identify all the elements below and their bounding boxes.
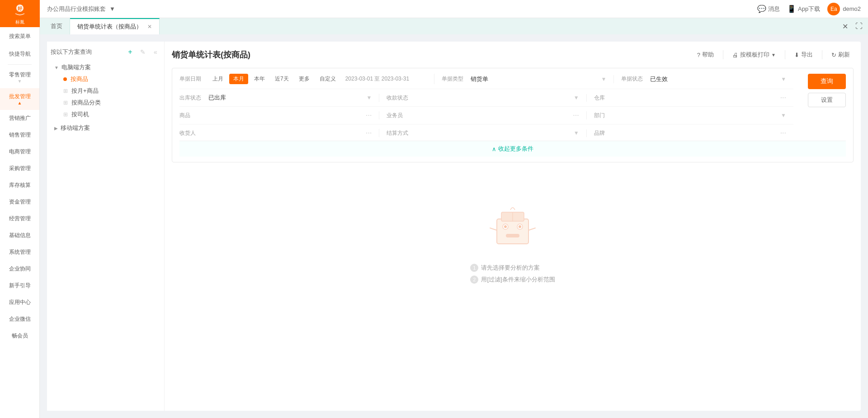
grid-icon-3: ⊞ [63, 111, 68, 118]
date-btn-more[interactable]: 更多 [295, 74, 314, 84]
active-scheme-dot [63, 77, 67, 81]
date-btn-last-month[interactable]: 上月 [208, 74, 227, 84]
purchase-label: 采购管理 [9, 165, 31, 172]
expand-window-btn[interactable]: ⛶ [854, 20, 864, 33]
collapse-panel-btn[interactable]: « [151, 47, 160, 57]
date-btn-this-month[interactable]: 本月 [229, 74, 248, 84]
doc-type-dropdown[interactable]: ▼ [601, 76, 607, 82]
export-btn[interactable]: ⬇ 导出 [791, 49, 816, 61]
sidebar-item-marketing[interactable]: 营销推广 [0, 110, 39, 127]
filter-department: 部门 ▼ [587, 112, 793, 119]
tab-close-btn[interactable]: ✕ [147, 24, 152, 30]
sidebar-item-finance[interactable]: 资金管理 [0, 194, 39, 210]
tree-item-by-product[interactable]: 按商品 [60, 73, 160, 85]
search-menu[interactable]: 搜索菜单 [0, 27, 39, 46]
close-window-btn[interactable]: ✕ [840, 20, 850, 33]
doc-type-label: 单据类型 [442, 75, 467, 83]
settings-btn[interactable]: 设置 [808, 93, 846, 107]
app-download-btn[interactable]: 📱 App下载 [787, 5, 820, 13]
empty-state: 1 请先选择要分析的方案 2 用[过滤]条件来缩小分析范围 [172, 162, 854, 323]
tree-expand-icon-2: ▶ [54, 126, 58, 131]
tree-section-mobile-label: 移动端方案 [61, 124, 90, 132]
wholesale-label: 批发管理 [9, 93, 31, 100]
warehouse-status-label: 出库状态 [179, 94, 205, 102]
scheme-tree: ▼ 电脑端方案 按商品 ⊞ 按月+商品 ⊞ 按商品分类 [51, 62, 160, 134]
app-download-icon: 📱 [787, 5, 796, 13]
empty-tip-1: 1 请先选择要分析的方案 [470, 264, 555, 272]
tab-sales-stats[interactable]: 销货单统计表（按商品） ✕ [70, 18, 160, 34]
edit-scheme-btn[interactable]: ✎ [138, 47, 148, 57]
settlement-dropdown[interactable]: ▼ [574, 130, 579, 136]
sidebar-item-wholesale[interactable]: 批发管理 ▲ [0, 88, 39, 110]
filter-settlement: 结算方式 ▼ [379, 129, 586, 137]
recipient-more[interactable]: ··· [366, 129, 372, 137]
date-btn-7days[interactable]: 近7天 [271, 74, 293, 84]
main-content: 按以下方案查询 + ✎ « ▼ 电脑端方案 按商品 [40, 34, 868, 418]
brand-more[interactable]: ··· [780, 129, 786, 137]
sidebar-item-newbie[interactable]: 新手引导 [0, 277, 39, 294]
tree-item-by-category[interactable]: ⊞ 按商品分类 [60, 97, 160, 109]
warehouse-status-dropdown[interactable]: ▼ [366, 95, 372, 101]
product-more[interactable]: ··· [366, 111, 372, 119]
sidebar-item-wechat[interactable]: 企业微信 [0, 311, 39, 328]
sidebar-item-apps[interactable]: 应用中心 [0, 294, 39, 311]
quick-nav[interactable]: 快捷导航 [0, 46, 39, 62]
sidebar-item-basic[interactable]: 基础信息 [0, 227, 39, 244]
action-divider-2 [785, 50, 785, 59]
sidebar-item-operations[interactable]: 经营管理 [0, 210, 39, 227]
sidebar-item-ecommerce[interactable]: 电商管理 [0, 143, 39, 160]
tab-home[interactable]: 首页 [43, 18, 70, 34]
filter-row-2: 出库状态 已出库 ▼ 收款状态 [179, 94, 793, 107]
svg-text:好: 好 [17, 6, 23, 11]
doc-status-dropdown[interactable]: ▼ [781, 76, 786, 82]
main-panel: 销货单统计表(按商品) ? 帮助 🖨 按模板打印 ▼ ⬇ [165, 42, 861, 411]
date-btn-custom[interactable]: 自定义 [316, 74, 340, 84]
add-scheme-btn[interactable]: + [125, 47, 135, 57]
warehouse-more[interactable]: ··· [780, 94, 786, 102]
sidebar-item-inventory[interactable]: 库存核算 [0, 177, 39, 194]
query-btn[interactable]: 查询 [808, 74, 846, 89]
by-category-label: 按商品分类 [71, 99, 101, 107]
user-profile-btn[interactable]: Ea demo2 [827, 3, 861, 15]
breadcrumb-dropdown[interactable]: ▼ [109, 5, 115, 12]
sidebar-item-purchase[interactable]: 采购管理 [0, 160, 39, 177]
doc-status-label: 单据状态 [621, 75, 646, 83]
message-btn[interactable]: 💬 消息 [757, 5, 780, 13]
salesperson-value: ··· [415, 111, 579, 119]
department-dropdown[interactable]: ▼ [781, 112, 786, 119]
sales-label: 销售管理 [9, 131, 31, 139]
payment-status-dropdown[interactable]: ▼ [574, 95, 579, 101]
action-divider-3 [822, 50, 822, 59]
tree-item-by-cashier[interactable]: ⊞ 按司机 [60, 109, 160, 120]
brand-value: ··· [623, 129, 786, 137]
content-wrapper: 按以下方案查询 + ✎ « ▼ 电脑端方案 按商品 [47, 42, 861, 411]
refresh-btn[interactable]: ↻ 刷新 [828, 49, 854, 61]
left-panel-title: 按以下方案查询 [51, 48, 92, 56]
settlement-value: ▼ [415, 130, 579, 136]
collapse-filters-btn[interactable]: ∧ 收起更多条件 [179, 141, 846, 157]
tree-item-by-month-product[interactable]: ⊞ 按月+商品 [60, 85, 160, 97]
app-name: 标胤 [15, 19, 24, 25]
sidebar-item-sales[interactable]: 销售管理 [0, 127, 39, 143]
sidebar-item-retail[interactable]: 零售管理 ▼ [0, 66, 39, 88]
print-btn[interactable]: 🖨 按模板打印 ▼ [729, 49, 779, 61]
svg-line-11 [490, 228, 497, 230]
breadcrumb-text: 办公用品行业模拟账套 [47, 5, 106, 13]
sidebar-item-system[interactable]: 系统管理 [0, 244, 39, 261]
filter-main-rows: 单据日期 上月 本月 本年 近7天 更多 自定义 [179, 74, 793, 137]
tree-section-mobile[interactable]: ▶ 移动端方案 [51, 122, 160, 134]
sidebar-item-member[interactable]: 畅会员 [0, 328, 39, 344]
date-btn-this-year[interactable]: 本年 [250, 74, 269, 84]
tree-section-desktop-label: 电脑端方案 [61, 63, 91, 71]
help-btn[interactable]: ? 帮助 [693, 49, 717, 61]
tree-desktop-children: 按商品 ⊞ 按月+商品 ⊞ 按商品分类 ⊞ 按司机 [51, 73, 160, 120]
svg-rect-3 [497, 219, 528, 244]
tree-section-desktop[interactable]: ▼ 电脑端方案 [51, 62, 160, 73]
tab-home-label: 首页 [51, 22, 62, 30]
date-filter-value: 上月 本月 本年 近7天 更多 自定义 2023-03-01 至 2023-03… [208, 74, 427, 84]
filter-recipient: 收货人 ··· [179, 129, 379, 137]
sidebar: 好 标胤 搜索菜单 快捷导航 零售管理 ▼ 批发管理 ▲ 营销推广 销售管理 电… [0, 0, 40, 418]
product-label: 商品 [179, 112, 205, 119]
sidebar-item-enterprise[interactable]: 企业协同 [0, 261, 39, 277]
salesperson-more[interactable]: ··· [573, 111, 579, 119]
